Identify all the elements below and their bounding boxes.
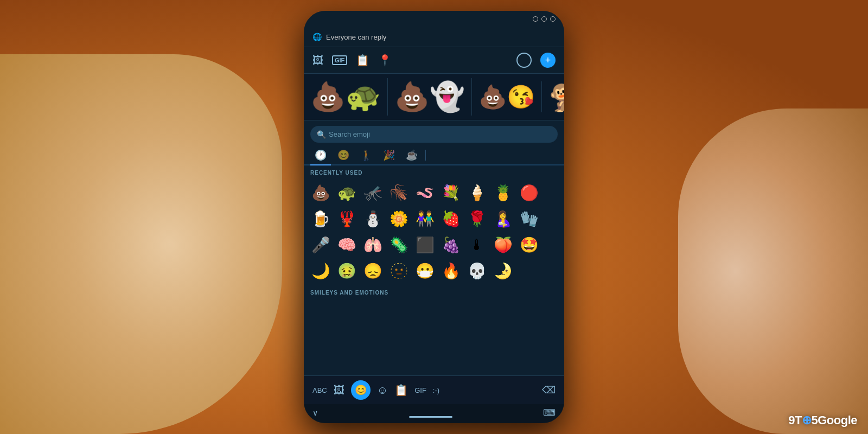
- location-icon[interactable]: 📍: [378, 54, 392, 67]
- emoji-microbe[interactable]: 🦠: [386, 232, 411, 257]
- watermark-9: 9T: [788, 413, 802, 427]
- search-icon: 🔍: [317, 130, 326, 139]
- emoji-bouquet[interactable]: 💐: [438, 180, 463, 205]
- emoji-icecream[interactable]: 🍦: [464, 180, 489, 205]
- emoji-worm[interactable]: 🪱: [412, 180, 437, 205]
- emoji-peach[interactable]: 🍑: [490, 232, 515, 257]
- emoji-mask[interactable]: 😷: [412, 258, 437, 283]
- emoji-nauseated[interactable]: 🤢: [334, 258, 359, 283]
- gif-icon[interactable]: GIF: [332, 55, 347, 65]
- emoji-breastfeeding[interactable]: 🤱: [490, 206, 515, 231]
- emoji-cockroach[interactable]: 🪳: [386, 180, 411, 205]
- recently-used-grid: 💩 🐢 🦟 🪳 🪱 💐 🍦 🍍 🔴 🍺 🦞 ⛄ 🌼 👫 🍓 🌹 🤱 🧤 🎤 🧠 …: [304, 178, 564, 285]
- emoji-mosquito[interactable]: 🦟: [360, 180, 385, 205]
- tab-activities[interactable]: 🎉: [379, 146, 399, 165]
- clipboard-keyboard-icon[interactable]: 📋: [394, 384, 408, 397]
- backspace-icon[interactable]: ⌫: [542, 384, 556, 396]
- text-face-button[interactable]: :-): [433, 386, 439, 394]
- reply-bar: 🌐 Everyone can reply: [304, 27, 564, 47]
- keyboard-toggle-icon[interactable]: ⌨: [543, 407, 556, 418]
- tab-food[interactable]: ☕: [401, 146, 422, 165]
- emoji-strawberry[interactable]: 🍓: [438, 206, 463, 231]
- emoji-rose[interactable]: 🌹: [464, 206, 489, 231]
- wifi-icon: [541, 16, 547, 22]
- search-input[interactable]: [310, 126, 558, 143]
- emoji-gloves[interactable]: 🧤: [516, 206, 541, 231]
- emoji-couple[interactable]: 👫: [412, 206, 437, 231]
- tab-recent[interactable]: 🕐: [310, 146, 331, 165]
- hand-left: [0, 54, 282, 434]
- featured-emoji-3[interactable]: 💩😘: [472, 81, 542, 112]
- emoji-sad[interactable]: 😞: [360, 258, 385, 283]
- emoji-red-circle[interactable]: 🔴: [516, 180, 541, 205]
- featured-emoji-2[interactable]: 💩👻: [388, 78, 472, 116]
- watermark: 9T⊕5Google: [788, 413, 857, 427]
- emoji-pineapple[interactable]: 🍍: [490, 180, 515, 205]
- hand-right: [678, 108, 868, 434]
- featured-strip: 💩🐢 💩👻 💩😘 🐒 🔴: [304, 74, 564, 120]
- add-button[interactable]: +: [540, 53, 556, 68]
- sticker-icon[interactable]: 🖼: [334, 384, 344, 397]
- emoji-mic[interactable]: 🎤: [308, 232, 333, 257]
- reply-bar-text: Everyone can reply: [326, 33, 386, 41]
- recently-used-label: RECENTLY USED: [304, 165, 564, 178]
- search-container: 🔍: [304, 120, 564, 146]
- featured-emoji-4[interactable]: 🐒: [542, 78, 564, 116]
- emoji-turtle[interactable]: 🐢: [334, 180, 359, 205]
- tab-smileys[interactable]: 😊: [333, 146, 354, 165]
- emoji-grapes[interactable]: 🍇: [438, 232, 463, 257]
- clipboard-icon[interactable]: 📋: [356, 54, 369, 67]
- collapse-chevron[interactable]: ∨: [312, 409, 318, 417]
- kaomoji-icon[interactable]: ☺: [377, 384, 388, 397]
- emoji-thermometer[interactable]: 🌡: [464, 232, 489, 257]
- signal-icon: [533, 16, 538, 22]
- emoji-flame[interactable]: 🔥: [438, 258, 463, 283]
- emoji-panel: 🔍 🕐 😊 🚶 🎉 ☕ RECENTLY USED 💩 🐢 🦟 🪳 🪱 💐 🍦 …: [304, 120, 564, 375]
- emoji-crescent-moon[interactable]: 🌙: [308, 258, 333, 283]
- emoji-keyboard-icon: 😊: [355, 384, 367, 396]
- gif-keyboard-button[interactable]: GIF: [414, 386, 426, 394]
- emoji-keyboard-button[interactable]: 😊: [351, 380, 371, 400]
- toolbar: 🖼 GIF 📋 📍 +: [304, 47, 564, 74]
- emoji-skull[interactable]: 💀: [464, 258, 489, 283]
- battery-icon: [550, 16, 556, 22]
- featured-emoji-1[interactable]: 💩🐢: [304, 78, 388, 116]
- status-icons: [533, 16, 556, 22]
- keyboard-bar: ABC 🖼 😊 ☺ 📋 GIF :-) ⌫: [304, 375, 564, 404]
- tab-people[interactable]: 🚶: [356, 146, 376, 165]
- emoji-beer[interactable]: 🍺: [308, 206, 333, 231]
- emoji-snowman[interactable]: ⛄: [360, 206, 385, 231]
- emoji-lobster[interactable]: 🦞: [334, 206, 359, 231]
- globe-icon: 🌐: [312, 33, 322, 41]
- search-wrap: 🔍: [310, 126, 558, 143]
- phone: 🌐 Everyone can reply 🖼 GIF 📋 📍 + 💩🐢 💩👻 💩…: [304, 11, 564, 423]
- emoji-last-quarter-moon[interactable]: 🌛: [490, 258, 515, 283]
- emoji-starstruck[interactable]: 🤩: [516, 232, 541, 257]
- emoji-daisy[interactable]: 🌼: [386, 206, 411, 231]
- emoji-lungs[interactable]: 🫁: [360, 232, 385, 257]
- emoji-brain[interactable]: 🧠: [334, 232, 359, 257]
- nav-bar: ∨ ⌨: [304, 404, 564, 423]
- emoji-dotted-face[interactable]: 🫥: [386, 258, 411, 283]
- emoji-black-circle[interactable]: ⬛: [412, 232, 437, 257]
- circle-button[interactable]: [516, 53, 532, 68]
- status-bar: [304, 11, 564, 27]
- category-tabs: 🕐 😊 🚶 🎉 ☕: [304, 146, 564, 165]
- smileys-emotions-label: SMILEYS AND EMOTIONS: [304, 285, 564, 298]
- image-icon[interactable]: 🖼: [312, 54, 323, 67]
- abc-button[interactable]: ABC: [312, 386, 327, 394]
- emoji-poop[interactable]: 💩: [308, 180, 333, 205]
- watermark-5google: 5Google: [811, 413, 857, 427]
- home-indicator: [409, 416, 452, 418]
- tab-divider: [425, 150, 426, 161]
- watermark-logo: ⊕: [802, 413, 812, 427]
